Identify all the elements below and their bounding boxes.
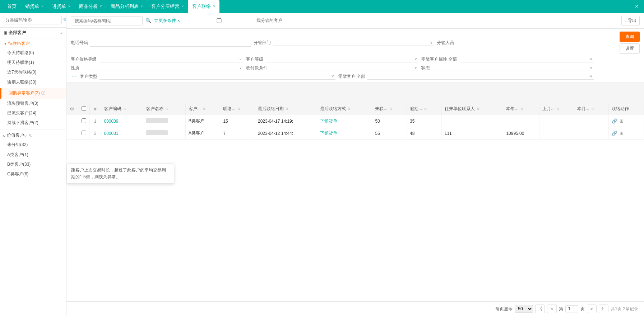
per-page-select[interactable]: 50 20 100: [515, 305, 533, 313]
main-search-btn[interactable]: 🔍: [145, 18, 152, 23]
contact-sort-icon: ⇅: [237, 107, 240, 111]
pending-overdue[interactable]: 逾期未联络(30): [0, 77, 66, 87]
name-col-header[interactable]: 客户名称 ⇅: [143, 103, 186, 115]
payment-select[interactable]: ∨: [270, 65, 418, 71]
customer-type-col-header[interactable]: 客户... ⇅: [185, 103, 220, 115]
nav-sales-close[interactable]: ×: [41, 0, 43, 13]
sidebar-collapse-btn[interactable]: «: [60, 31, 62, 35]
more-conditions-btn[interactable]: ▽ 更多条件 ∧: [154, 18, 180, 24]
code-col-header[interactable]: 客户编码 ⇅: [101, 103, 143, 115]
row-name-1[interactable]: [143, 127, 186, 140]
row-checkbox-1[interactable]: [78, 127, 89, 140]
row-link-icon-1[interactable]: 🔗: [612, 131, 617, 136]
filter-panel: 电话号码 分管部门 ∨ 分管人员 ···: [66, 29, 644, 83]
pending-7days[interactable]: 近7天待联络(0): [0, 67, 66, 77]
contact-col-header[interactable]: 联络... ⇅: [220, 103, 255, 115]
type-b-customers[interactable]: B类客户(33): [0, 160, 66, 169]
row-method-1[interactable]: 下销货单: [317, 127, 372, 140]
type-a-customers[interactable]: A类客户(1): [0, 150, 66, 160]
ungroup-customers[interactable]: 未分组(32): [0, 140, 66, 150]
settings-col-header[interactable]: ⚙: [66, 103, 78, 115]
pending-group-title[interactable]: ▼ 待联络客户: [0, 39, 66, 48]
customer-type-select[interactable]: ∨: [99, 73, 335, 80]
gender-select[interactable]: ∨: [82, 65, 243, 71]
department-select[interactable]: ∨: [273, 39, 434, 46]
row-grid-icon-0[interactable]: ⊞: [620, 118, 624, 124]
pending-group: ▼ 待联络客户 今天待联络(0) 明天待联络(1) 近7天待联络(0) 逾期未联…: [0, 38, 66, 88]
main-search-input[interactable]: [71, 16, 143, 25]
row-checkbox-0[interactable]: [78, 115, 89, 127]
row-check-1[interactable]: [82, 131, 86, 135]
lost-warning[interactable]: 流失预警客户(3): [0, 99, 66, 108]
retail-select[interactable]: ∨: [367, 73, 594, 80]
nav-sales[interactable]: 销货单 ×: [21, 0, 48, 13]
search-bar: 🔍 ▽ 更多条件 ∧ 我分管的客户 ↓ 导出: [66, 13, 644, 29]
phone-input[interactable]: [90, 39, 251, 47]
sidebar: 🔍 ⊞ 全部客户 « ▼ 待联络客户 今天待联络(0) 明天待联络(1) 近7天…: [0, 13, 66, 316]
value-group-icon1[interactable]: ○: [24, 133, 27, 138]
nav-purchase[interactable]: 进货单 ×: [48, 0, 75, 13]
repurchase-abnormal[interactable]: 回购异常客户(2) ⓘ: [1, 88, 66, 99]
this-year-col-header[interactable]: 本年... ⇅: [503, 103, 539, 115]
row-method-0[interactable]: 下销货单: [317, 115, 372, 127]
nav-customer-tier[interactable]: 客户分层经营 ×: [147, 0, 188, 13]
value-group-header[interactable]: ○ 价值客户 ○ ✎: [0, 131, 66, 140]
nav-product-analysis-close[interactable]: ×: [100, 0, 102, 13]
sidebar-search-icon[interactable]: 🔍: [63, 18, 66, 23]
customer-table: ⚙ # 客户编码 ⇅ 客户名称 ⇅: [66, 103, 644, 140]
my-customers-check[interactable]: [183, 18, 255, 23]
retail-attr-select[interactable]: ∨: [459, 56, 594, 62]
nav-customer-contact[interactable]: 客户联络 ×: [188, 0, 219, 13]
all-customers-header[interactable]: ⊞ 全部客户 «: [0, 28, 66, 38]
lost-customers[interactable]: 已流失客户(24): [0, 108, 66, 118]
last-contact-date-col-header[interactable]: 最后联络日期 ⇅: [255, 103, 317, 115]
nav-product-analysis[interactable]: 商品分析 ×: [75, 0, 106, 13]
nav-purchase-close[interactable]: ×: [68, 0, 70, 13]
nav-home[interactable]: 首页: [3, 0, 21, 13]
row-check-0[interactable]: [82, 118, 86, 123]
first-page-btn[interactable]: 《: [535, 305, 545, 313]
query-btn[interactable]: 查询: [620, 32, 640, 42]
nav-customer-contact-close[interactable]: ×: [213, 0, 215, 13]
status-select[interactable]: ∨: [432, 65, 594, 71]
info-icon[interactable]: ⓘ: [41, 90, 45, 96]
manager-select[interactable]: [456, 42, 608, 44]
more-dots-btn[interactable]: ···: [71, 74, 77, 79]
next-page-btn[interactable]: ＞: [587, 305, 597, 313]
last-month-col-header[interactable]: 上月... ⇅: [539, 103, 574, 115]
declining-customers[interactable]: 持续下滑客户(2): [0, 118, 66, 128]
pending-today[interactable]: 今天待联络(0): [0, 48, 66, 58]
nav-product-list[interactable]: 商品分析列表 ×: [106, 0, 147, 13]
row-link-icon-0[interactable]: 🔗: [612, 118, 617, 124]
overdue-col-header[interactable]: 逾期... ⇅: [407, 103, 442, 115]
nav-customer-tier-close[interactable]: ×: [181, 0, 184, 13]
price-level-select[interactable]: ∨: [99, 56, 243, 62]
row-name-0[interactable]: [143, 115, 186, 127]
window-close-btn[interactable]: ×: [632, 3, 641, 10]
type-c-customers[interactable]: C类客户(6): [0, 169, 66, 179]
manager-dots[interactable]: ···: [610, 40, 617, 45]
prev-page-btn[interactable]: ＜: [547, 305, 557, 313]
setting-btn[interactable]: 设置: [620, 43, 640, 54]
customer-level-select[interactable]: ∨: [265, 56, 418, 62]
pending-tomorrow[interactable]: 明天待联络(1): [0, 58, 66, 67]
thismonth-sort-icon: ⇅: [591, 107, 594, 111]
row-grid-icon-1[interactable]: ⊞: [620, 131, 624, 136]
filter-row-4: ··· 客户类型 ∨ 零散客户 全部 ∨: [71, 73, 640, 80]
page-number-input[interactable]: [565, 305, 578, 312]
select-all-checkbox[interactable]: [82, 106, 86, 111]
this-month-col-header[interactable]: 本月... ⇅: [574, 103, 609, 115]
sidebar-search-input[interactable]: [3, 16, 62, 24]
my-customers-checkbox[interactable]: 我分管的客户: [183, 18, 282, 24]
uncontacted-col-header[interactable]: 未联... ⇅: [372, 103, 407, 115]
filter-btn-group: 查询 设置: [620, 32, 640, 54]
row-code-1[interactable]: 000031: [101, 127, 143, 140]
last-contact-method-col-header[interactable]: 最后联络方式 ⇅: [317, 103, 372, 115]
contact-person-col-header[interactable]: 往来单位联系人 ⇅: [441, 103, 503, 115]
export-btn[interactable]: ↓ 导出: [621, 16, 640, 25]
nav-product-list-close[interactable]: ×: [141, 0, 143, 13]
value-group-edit-icon[interactable]: ✎: [28, 133, 32, 138]
checkbox-col-header[interactable]: [78, 103, 89, 115]
row-code-0[interactable]: 000039: [101, 115, 143, 127]
last-page-btn[interactable]: 》: [599, 305, 608, 313]
